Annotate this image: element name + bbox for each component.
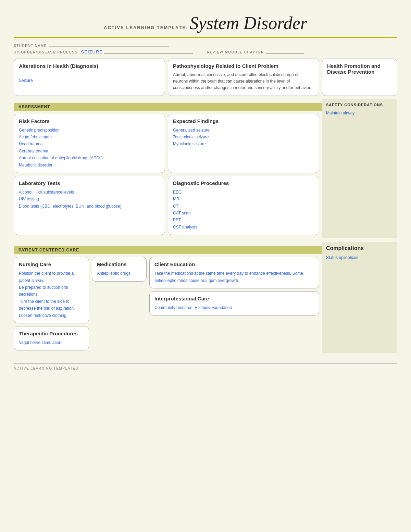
lab-tests-list: Alcohol, illicit substance levels HIV te… [19, 189, 160, 210]
safety-column: SAFETY CONSIDERATIONS Maintain airway [322, 99, 397, 238]
therapeutic-procedures-content: Vagal nerve stimulation [19, 339, 84, 346]
safety-content: Maintain airway [326, 110, 393, 116]
medications-content: Antiepileptic drugs [97, 270, 141, 277]
review-label: REVIEW MODULE CHAPTER [207, 50, 264, 54]
nursing-care-box: Nursing Care Position the client to prov… [14, 257, 89, 323]
review-field[interactable] [266, 53, 304, 53]
alterations-content: Seizure [19, 77, 160, 84]
risk-factors-box: Risk Factors Genetic predisposition Acut… [14, 114, 165, 173]
assessment-section: ASSESSMENT Risk Factors Genetic predispo… [14, 99, 397, 238]
alterations-box: Alterations in Health (Diagnosis) Seizur… [14, 59, 165, 96]
disorder-value: Seizure [81, 49, 103, 54]
lab-tests-header: Laboratory Tests [19, 180, 160, 186]
diagnostic-procedures-header: Diagnostic Procedures [173, 180, 314, 186]
complications-label: Complications [326, 245, 393, 251]
complications-column: Complications Status epilepticus [322, 242, 397, 353]
expected-findings-header: Expected Findings [173, 118, 314, 124]
template-label: ACTIVE LEARNING TEMPLATE: [104, 25, 188, 30]
student-info-section: STUDENT NAME DISORDER/DISEASE PROCESS Se… [14, 44, 397, 54]
expected-findings-box: Expected Findings Generalized seizure To… [168, 114, 319, 173]
lab-tests-box: Laboratory Tests Alcohol, illicit substa… [14, 176, 165, 235]
health-promotion-header: Health Promotion and Disease Prevention [327, 63, 392, 75]
client-education-header: Client Education [154, 261, 314, 267]
health-promotion-box: Health Promotion and Disease Prevention [322, 59, 397, 96]
diagnostic-procedures-box: Diagnostic Procedures EEG MRI CT CAT sca… [168, 176, 319, 235]
complications-content: Status epilepticus [326, 254, 393, 261]
client-education-box: Client Education Take the medications at… [149, 257, 319, 288]
pcc-section: PATIENT-CENTERED CARE Nursing Care Posit… [14, 242, 397, 353]
pathophysiology-content: Abrupt, abnormal, excessive, and uncontr… [173, 72, 314, 91]
page-header: ACTIVE LEARNING TEMPLATE: System Disorde… [14, 7, 397, 38]
nursing-care-content: Position the client to provide a patent … [19, 270, 84, 319]
interprofessional-care-box: Interprofessional Care Community resourc… [149, 291, 319, 316]
medications-box: Medications Antiepileptic drugs [92, 257, 147, 281]
nursing-care-header: Nursing Care [19, 261, 84, 267]
therapeutic-procedures-box: Therapeutic Procedures Vagal nerve stimu… [14, 326, 89, 350]
safety-label: SAFETY CONSIDERATIONS [326, 103, 393, 107]
footer-label: ACTIVE LEARNING TEMPLATES [14, 367, 78, 370]
risk-factors-list: Genetic predisposition Acute febrile sta… [19, 127, 160, 169]
risk-factors-header: Risk Factors [19, 118, 160, 124]
page-footer: ACTIVE LEARNING TEMPLATES [14, 363, 397, 370]
interprofessional-care-header: Interprofessional Care [154, 296, 314, 301]
page-title: System Disorder [190, 13, 307, 33]
top-boxes-section: Alterations in Health (Diagnosis) Seizur… [14, 59, 397, 96]
assessment-label: ASSESSMENT [14, 103, 322, 111]
student-name-label: STUDENT NAME [14, 44, 47, 48]
expected-findings-list: Generalized seizure Tonic-clonic seizure… [173, 127, 314, 148]
disorder-label: DISORDER/DISEASE PROCESS [14, 50, 78, 54]
medications-header: Medications [97, 261, 141, 267]
therapeutic-procedures-header: Therapeutic Procedures [19, 331, 84, 336]
alterations-header: Alterations in Health (Diagnosis) [19, 63, 160, 69]
client-education-content: Take the medications at the same time ev… [154, 270, 314, 284]
pathophysiology-header: Pathophysiology Related to Client Proble… [173, 63, 314, 69]
pathophysiology-box: Pathophysiology Related to Client Proble… [168, 59, 319, 96]
diagnostic-procedures-list: EEG MRI CT CAT scan PET CSF analysis [173, 189, 314, 231]
pcc-label: PATIENT-CENTERED CARE [14, 246, 322, 254]
interprofessional-care-content: Community resource, Epilepsy Foundation [154, 304, 314, 311]
student-name-field[interactable] [49, 47, 169, 47]
